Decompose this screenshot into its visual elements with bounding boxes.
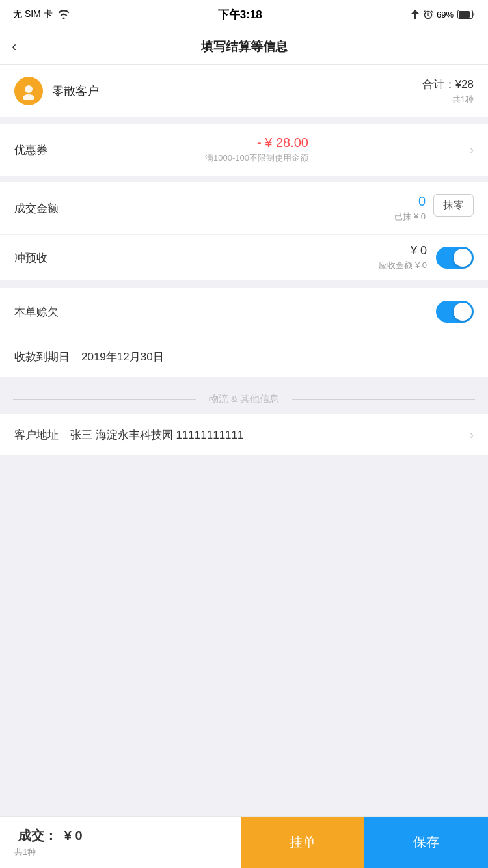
due-date-row: 收款到期日 2019年12月30日 [0, 336, 488, 377]
address-card: 客户地址 张三 海淀永丰科技园 11111111111 › [0, 414, 488, 455]
transaction-value-block: 0 已抹 ¥ 0 [394, 194, 426, 223]
address-label: 客户地址 [14, 427, 59, 442]
status-right: 69% [411, 10, 475, 20]
divider-right [292, 399, 475, 400]
bottom-count: 共1种 [14, 847, 226, 858]
address-value: 张三 海淀永丰科技园 11111111111 [70, 427, 465, 442]
transaction-card: 成交金额 0 已抹 ¥ 0 抹零 冲预收 ¥ 0 应收金额 ¥ 0 [0, 182, 488, 281]
discount-desc: 满1000-100不限制使用金额 [205, 152, 308, 164]
customer-row: 零散客户 合计：¥28 共1种 [0, 65, 488, 117]
customer-card: 零散客户 合计：¥28 共1种 [0, 65, 488, 117]
customer-avatar [14, 77, 43, 105]
chevron-right-icon: › [470, 143, 474, 157]
prepay-sub: 应收金额 ¥ 0 [379, 260, 427, 271]
customer-total: 合计：¥28 [422, 77, 474, 92]
credit-toggle[interactable] [436, 301, 474, 323]
bottom-total-label: 成交： [18, 828, 57, 843]
customer-left: 零散客户 [14, 77, 99, 105]
address-row[interactable]: 客户地址 张三 海淀永丰科技园 11111111111 › [0, 414, 488, 455]
logistics-label: 物流 & 其他信息 [209, 393, 279, 405]
prepay-right: ¥ 0 应收金额 ¥ 0 [379, 244, 474, 271]
battery-icon [457, 10, 475, 19]
transaction-row: 成交金额 0 已抹 ¥ 0 抹零 [0, 182, 488, 235]
credit-toggle-knob [454, 303, 472, 321]
content: 零散客户 合计：¥28 共1种 优惠券 - ¥ 28.00 满1000-100不… [0, 65, 488, 521]
credit-row: 本单赊欠 [0, 288, 488, 336]
page-title: 填写结算等信息 [201, 38, 288, 55]
divider-left [13, 399, 196, 400]
prepay-toggle[interactable] [436, 247, 474, 269]
svg-point-4 [23, 94, 34, 100]
location-icon [411, 10, 420, 19]
status-time: 下午3:18 [218, 7, 262, 22]
customer-right: 合计：¥28 共1种 [422, 77, 474, 105]
status-left: 无 SIM 卡 [13, 8, 70, 20]
due-date-label: 收款到期日 [14, 349, 70, 364]
pending-button[interactable]: 挂单 [241, 817, 364, 869]
bottom-total-value: ¥ 0 [64, 828, 83, 843]
prepay-row: 冲预收 ¥ 0 应收金额 ¥ 0 [0, 235, 488, 281]
customer-name: 零散客户 [52, 83, 99, 99]
coupon-value: - ¥ 28.00 满1000-100不限制使用金额 [205, 135, 308, 164]
coupon-card: 优惠券 - ¥ 28.00 满1000-100不限制使用金额 › [0, 124, 488, 176]
bottom-total: 成交： ¥ 0 [14, 827, 226, 845]
address-chevron-icon: › [470, 428, 474, 442]
status-bar: 无 SIM 卡 下午3:18 69% [0, 0, 488, 29]
discount-amount: - ¥ 28.00 [205, 135, 308, 150]
svg-point-3 [25, 85, 33, 93]
credit-label: 本单赊欠 [14, 305, 59, 319]
battery-percent: 69% [437, 10, 454, 20]
prepay-values: ¥ 0 应收金额 ¥ 0 [379, 244, 427, 271]
transaction-value: 0 [394, 194, 426, 209]
back-button[interactable]: ‹ [12, 38, 16, 55]
customer-count: 共1种 [422, 94, 474, 105]
due-date-value: 2019年12月30日 [81, 349, 164, 364]
wifi-icon [58, 10, 70, 19]
no-sim-text: 无 SIM 卡 [13, 8, 53, 20]
credit-card: 本单赊欠 收款到期日 2019年12月30日 [0, 288, 488, 377]
transaction-sub: 已抹 ¥ 0 [394, 211, 426, 223]
save-button[interactable]: 保存 [364, 817, 488, 869]
coupon-label: 优惠券 [14, 142, 47, 157]
round-zero-button[interactable]: 抹零 [433, 194, 474, 217]
coupon-row[interactable]: 优惠券 - ¥ 28.00 满1000-100不限制使用金额 › [0, 124, 488, 176]
toggle-knob [454, 249, 472, 267]
nav-bar: ‹ 填写结算等信息 [0, 29, 488, 65]
svg-rect-2 [459, 11, 470, 18]
prepay-label: 冲预收 [14, 251, 47, 265]
alarm-icon [424, 10, 433, 19]
bottom-info: 成交： ¥ 0 共1种 [0, 827, 241, 858]
logistics-divider: 物流 & 其他信息 [0, 384, 488, 414]
transaction-label: 成交金额 [14, 201, 59, 216]
prepay-main: ¥ 0 [379, 244, 427, 258]
bottom-bar: 成交： ¥ 0 共1种 挂单 保存 [0, 816, 488, 868]
